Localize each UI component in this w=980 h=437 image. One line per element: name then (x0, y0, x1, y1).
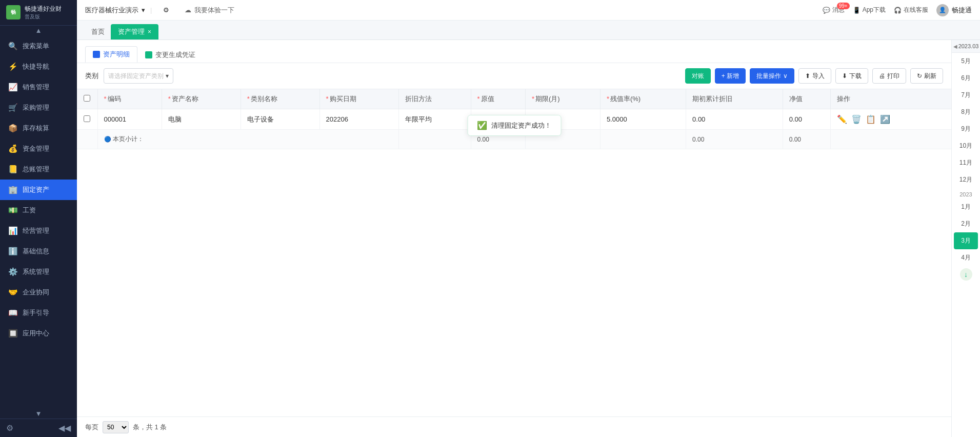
phone-icon: 📱 (853, 7, 861, 14)
batch-button[interactable]: 批量操作 ∨ (750, 68, 794, 84)
edit-button[interactable]: ✏️ (837, 114, 847, 124)
calendar-month-11[interactable]: 11月 (952, 154, 980, 171)
sidebar-item-purchase[interactable]: 🛒 采购管理 (0, 97, 77, 118)
user-menu[interactable]: 👤 畅捷通 (936, 4, 972, 16)
sidebar-collapse-button[interactable]: ◀◀ (58, 423, 71, 433)
asset-detail-tab-icon (93, 51, 100, 58)
sidebar-brand: 畅捷通好业财 普及版 (25, 5, 62, 20)
tab-asset-management[interactable]: 资产管理 × (111, 24, 158, 39)
tabs-bar: 首页 资产管理 × (77, 21, 980, 40)
change-voucher-tab-icon (145, 51, 152, 58)
dropdown-icon: ▾ (166, 72, 169, 80)
company-selector[interactable]: 医疗器械行业演示 ▾ (85, 6, 145, 15)
print-button[interactable]: 🖨 打印 (872, 68, 906, 84)
row-net-value: 0.00 (783, 109, 830, 130)
sidebar-item-sales[interactable]: 📈 销售管理 (0, 77, 77, 97)
customer-service-button[interactable]: 🎧 在线客服 (894, 6, 928, 14)
topbar-divider: | (150, 6, 152, 14)
chevron-down-icon: ▾ (142, 6, 145, 14)
import-button[interactable]: ⬆ 导入 (798, 68, 831, 84)
cloud-icon: ☁ (185, 6, 191, 14)
calendar-month-10[interactable]: 10月 (952, 137, 980, 154)
row-purchase-date: 202206 (319, 109, 398, 130)
calendar-month-1[interactable]: 1月 (952, 198, 980, 215)
delete-button[interactable]: 🗑️ (851, 114, 862, 124)
sidebar-item-ledger[interactable]: 📒 总账管理 (0, 159, 77, 180)
category-filter[interactable]: 请选择固定资产类别 ▾ (104, 68, 173, 84)
calendar-month-12[interactable]: 12月 (952, 171, 980, 188)
main-toolbar: 类别 请选择固定资产类别 ▾ 对账 + 新增 批量操作 ∨ ⬆ 导入 (77, 63, 951, 89)
sidebar-item-funds[interactable]: 💰 资金管理 (0, 138, 77, 159)
tab-home[interactable]: 首页 (85, 24, 111, 39)
calendar-month-7[interactable]: 7月 (952, 87, 980, 104)
sidebar-item-operations[interactable]: 📊 经营管理 (0, 221, 77, 241)
row-actions: ✏️ 🗑️ 📋 ↗️ (831, 109, 951, 130)
calendar-month-2[interactable]: 2月 (952, 215, 980, 232)
cloud-experience-button[interactable]: ☁ 我要体验一下 (185, 6, 234, 15)
table-header-checkbox (77, 89, 97, 109)
calendar-expand-button[interactable]: ↓ (960, 268, 972, 281)
row-depreciation-method: 年限平均 (398, 109, 471, 130)
calendar-month-6[interactable]: 6月 (952, 70, 980, 87)
calendar-month-3[interactable]: 3月 (954, 232, 978, 249)
sidebar-item-fixed-assets[interactable]: 🏢 固定资产 (0, 180, 77, 200)
headset-icon: 🎧 (894, 7, 902, 14)
calendar-month-8[interactable]: 8月 (952, 104, 980, 121)
download-button[interactable]: ⬇ 下载 (835, 68, 868, 84)
row-checkbox[interactable] (84, 115, 90, 122)
sidebar-item-inventory[interactable]: 📦 库存核算 (0, 118, 77, 138)
row-initial-depreciation: 0.00 (686, 109, 783, 130)
sidebar-scroll-down[interactable]: ▼ (0, 408, 77, 419)
sidebar-item-system[interactable]: ⚙️ 系统管理 (0, 262, 77, 282)
sidebar-item-quicknav[interactable]: ⚡ 快捷导航 (0, 56, 77, 77)
sidebar-scroll-up[interactable]: ▲ (0, 26, 77, 36)
batch-dropdown-icon: ∨ (783, 72, 788, 80)
system-icon: ⚙️ (8, 267, 17, 276)
sidebar-item-payroll[interactable]: 💵 工资 (0, 200, 77, 221)
calendar-month-5[interactable]: 5月 (952, 53, 980, 70)
sidebar-item-guide[interactable]: 📖 新手引导 (0, 303, 77, 323)
more-button[interactable]: ↗️ (880, 114, 890, 124)
row-checkbox-cell (77, 109, 97, 130)
import-icon: ⬆ (805, 72, 810, 80)
col-header-action: 操作 (831, 89, 951, 109)
message-button[interactable]: 💬 消息 99+ (823, 6, 845, 14)
settings-gear-button[interactable]: ⚙ (157, 3, 175, 18)
calendar-month-4[interactable]: 4月 (952, 249, 980, 266)
payroll-icon: 💵 (8, 206, 17, 215)
row-code: 000001 (97, 109, 162, 130)
calendar-header: ◀ 2023.03 (952, 40, 980, 53)
col-header-purchase-date: *购买日期 (319, 89, 398, 109)
new-button[interactable]: + 新增 (715, 68, 746, 84)
calendar-panel: ◀ 2023.03 5月 6月 7月 8月 9月 10月 11月 12月 202… (951, 40, 980, 437)
message-icon: 💬 (823, 7, 830, 14)
app-download-button[interactable]: 📱 App下载 (853, 6, 886, 14)
sub-tab-asset-detail[interactable]: 资产明细 (85, 46, 137, 63)
settings-button[interactable]: ⚙ (6, 423, 13, 433)
sidebar-item-apps[interactable]: 🔲 应用中心 (0, 323, 77, 344)
sidebar-nav: 🔍 搜索菜单 ⚡ 快捷导航 📈 销售管理 🛒 采购管理 📦 库存核算 💰 资金管… (0, 36, 77, 408)
col-header-name: *资产名称 (162, 89, 241, 109)
select-all-checkbox[interactable] (84, 95, 90, 102)
tab-close-icon[interactable]: × (148, 28, 151, 35)
per-page-label: 每页 (85, 423, 98, 432)
refresh-button[interactable]: ↻ 刷新 (910, 68, 943, 84)
col-header-depreciation-method: 折旧方法 (398, 89, 471, 109)
row-residual-rate: 5.0000 (600, 109, 686, 130)
guide-icon: 📖 (8, 308, 17, 317)
copy-button[interactable]: 📋 (866, 114, 876, 124)
sub-tab-change-voucher[interactable]: 变更生成凭证 (137, 46, 203, 63)
sidebar-header: 畅 畅捷通好业财 普及版 (0, 0, 77, 26)
asset-table-wrapper: ✅ 清理固定资产成功！ *编码 *资产名称 *类别名称 *购买日期 (77, 89, 951, 416)
calendar-left-arrow[interactable]: ◀ (953, 44, 957, 49)
main-area: 医疗器械行业演示 ▾ | ⚙ ☁ 我要体验一下 💬 消息 99+ 📱 App下载… (77, 0, 980, 437)
calendar-month-9[interactable]: 9月 (952, 121, 980, 137)
sidebar-item-basic-info[interactable]: ℹ️ 基础信息 (0, 241, 77, 262)
sidebar-item-search[interactable]: 🔍 搜索菜单 (0, 36, 77, 56)
sidebar-item-enterprise[interactable]: 🤝 企业协同 (0, 282, 77, 303)
reconcile-button[interactable]: 对账 (685, 68, 711, 84)
basic-info-icon: ℹ️ (8, 247, 17, 256)
content-area: 资产明细 变更生成凭证 类别 请选择固定资产类别 ▾ 对账 + 新增 (77, 40, 980, 437)
avatar: 👤 (936, 4, 949, 16)
per-page-select[interactable]: 50 100 200 (103, 421, 129, 433)
